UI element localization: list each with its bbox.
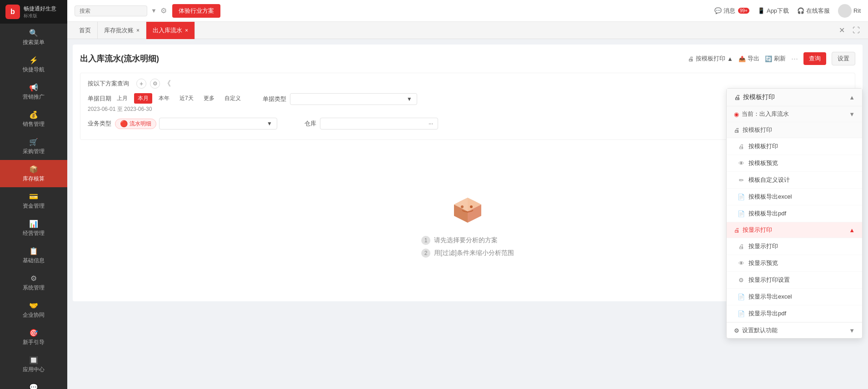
display-pdf-icon: 📄 (738, 310, 745, 317)
dropdown-footer[interactable]: ⚙ 设置默认功能 ▼ (727, 322, 862, 338)
header-dropdown-arrow[interactable]: ▼ (151, 7, 157, 14)
dropdown-close-chevron[interactable]: ▲ (849, 94, 855, 101)
dropdown-display-section-header[interactable]: 🖨 按显示打印 ▲ (727, 222, 862, 238)
tab-batch-account-close[interactable]: × (136, 27, 140, 34)
dropdown-template-section-header[interactable]: 🖨 按模板打印 (727, 122, 862, 138)
avatar (838, 4, 852, 18)
dropdown-item-template-custom[interactable]: ✏ 模板自定义设计 (727, 172, 862, 189)
date-btn-7days[interactable]: 近7天 (176, 93, 197, 104)
sidebar-item-wechat[interactable]: 💬 企业微信 (0, 378, 67, 389)
empty-box-svg (445, 182, 490, 227)
sidebar-item-app-center[interactable]: 🔲 应用中心 (0, 351, 67, 378)
sidebar-item-search[interactable]: 🔍 搜索菜单 (0, 24, 67, 51)
export-icon: 📤 (738, 55, 746, 62)
tab-flow-close[interactable]: × (185, 27, 188, 34)
date-filter: 上月 本月 本年 近7天 更多 自定义 (113, 93, 244, 104)
date-btn-last-month[interactable]: 上月 (113, 93, 131, 104)
header-online-service[interactable]: 🎧 在线客服 (797, 7, 830, 15)
biz-type-filter-area: 业务类型 🔴 流水明细 ▼ (88, 118, 277, 130)
sidebar-item-marketing[interactable]: 📢 营销推广 (0, 78, 67, 105)
message-badge: 99+ (738, 8, 749, 14)
finance-icon: 💳 (29, 192, 38, 201)
dropdown-footer-label: ⚙ 设置默认功能 (734, 326, 778, 334)
print-template-btn[interactable]: 🖨 按模板打印 ▲ (688, 55, 733, 63)
sidebar-nav: 🔍 搜索菜单 ⚡ 快捷导航 📢 营销推广 💰 销售管理 🛒 采购管理 📦 库存核… (0, 24, 67, 389)
header-search-input[interactable] (75, 5, 147, 16)
tab-home[interactable]: 首页 (73, 22, 98, 39)
sidebar-item-purchase[interactable]: 🛒 采购管理 (0, 133, 67, 160)
sidebar-item-operation[interactable]: 📊 经营管理 (0, 214, 67, 242)
empty-step-2: 2 用[过滤]条件来缩小分析范围 (421, 249, 514, 258)
dropdown-item-display-preview[interactable]: 👁 按显示预览 (727, 255, 862, 272)
sidebar-item-guide[interactable]: 🎯 新手引导 (0, 324, 67, 351)
step-1-num: 1 (421, 236, 430, 245)
wechat-icon: 💬 (29, 383, 38, 389)
tag-icon: 🔴 (120, 120, 128, 127)
refresh-btn[interactable]: 🔄 刷新 (765, 55, 786, 63)
filter-row-top: 按以下方案查询 + ⚙ 《 (88, 79, 848, 89)
date-btn-this-year[interactable]: 本年 (155, 93, 173, 104)
template-print-section-icon: 🖨 (734, 127, 740, 134)
basic-icon: 📋 (29, 246, 38, 255)
filter-controls: + ⚙ 《 (136, 79, 171, 89)
query-btn[interactable]: 查询 (803, 52, 826, 65)
dropdown-item-display-export-pdf[interactable]: 📄 按显示导出pdf (727, 305, 862, 322)
purchase-icon: 🛒 (29, 137, 38, 146)
date-btn-more[interactable]: 更多 (200, 93, 218, 104)
filter-add-btn[interactable]: + (136, 79, 146, 89)
tab-restore-btn[interactable]: ✕ (835, 24, 848, 37)
sidebar-item-sales[interactable]: 💰 销售管理 (0, 105, 67, 133)
step-2-num: 2 (421, 249, 430, 258)
dropdown-item-display-print-settings[interactable]: ⚙ 按显示打印设置 (727, 272, 862, 289)
content: 出入库流水(流水明细) 🖨 按模板打印 ▲ 📤 导出 🔄 刷新 (67, 39, 868, 389)
type-tag-flow[interactable]: 🔴 流水明细 (115, 119, 156, 129)
dropdown-item-template-export-excel[interactable]: 📄 按模板导出excel (727, 189, 862, 205)
filter-collapse-arrow[interactable]: 《 (164, 79, 171, 89)
setting-btn[interactable]: 设置 (832, 52, 855, 65)
header-app-download[interactable]: 📱 App下载 (758, 7, 789, 15)
biz-type-select[interactable]: ▼ (159, 118, 277, 130)
biz-type-label: 业务类型 (88, 120, 111, 128)
date-label: 单据日期 (88, 95, 111, 103)
date-btn-custom[interactable]: 自定义 (221, 93, 244, 104)
biz-type-arrow: ▼ (267, 120, 272, 127)
inventory-icon: 📦 (29, 165, 38, 174)
headset-icon: 🎧 (797, 7, 804, 14)
dropdown-item-display-print[interactable]: 🖨 按显示打印 (727, 238, 862, 255)
quick-nav-icon: ⚡ (29, 55, 38, 65)
empty-steps: 1 请先选择要分析的方案 2 用[过滤]条件来缩小分析范围 (421, 236, 514, 258)
sidebar-item-inventory[interactable]: 📦 库存核算 (0, 160, 67, 187)
date-btn-this-month[interactable]: 本月 (134, 93, 152, 104)
export-btn[interactable]: 📤 导出 (738, 55, 759, 63)
sidebar-item-collab[interactable]: 🤝 企业协同 (0, 296, 67, 324)
sidebar-item-quick-nav[interactable]: ⚡ 快捷导航 (0, 51, 67, 78)
header-gear-icon[interactable]: ⚙ (160, 6, 167, 15)
dropdown-item-display-export-excel[interactable]: 📄 按显示导出excel (727, 289, 862, 305)
app-center-icon: 🔲 (29, 355, 38, 364)
footer-settings-icon: ⚙ (734, 327, 739, 334)
sidebar-item-basic[interactable]: 📋 基础信息 (0, 242, 67, 269)
sidebar-item-system[interactable]: ⚙ 系统管理 (0, 269, 67, 296)
header: ▼ ⚙ 体验行业方案 💬 消息 99+ 📱 App下载 🎧 在线客服 Rit (67, 0, 868, 22)
dropdown-current-item[interactable]: ◉ 当前：出入库流水 ▼ (727, 106, 862, 122)
doc-type-select[interactable]: ▼ (290, 93, 417, 105)
warehouse-select[interactable]: ··· (320, 118, 438, 130)
tab-flow[interactable]: 出入库流水 × (146, 22, 195, 39)
dropdown-item-template-export-pdf[interactable]: 📄 按模板导出pdf (727, 205, 862, 222)
current-indicator-icon: ◉ (734, 111, 739, 118)
dropdown-item-template-preview[interactable]: 👁 按模板预览 (727, 155, 862, 172)
empty-step-1: 1 请先选择要分析的方案 (421, 236, 514, 245)
header-user[interactable]: Rit (838, 4, 861, 18)
filter-setting-btn[interactable]: ⚙ (150, 79, 160, 89)
industry-btn[interactable]: 体验行业方案 (172, 4, 220, 18)
collab-icon: 🤝 (29, 301, 38, 310)
sidebar-item-finance[interactable]: 💳 资金管理 (0, 187, 67, 214)
doc-type-select-arrow: ▼ (407, 96, 412, 102)
tab-batch-account[interactable]: 库存批次账 × (98, 22, 146, 39)
tab-maximize-btn[interactable]: ⛶ (850, 24, 863, 37)
header-message[interactable]: 💬 消息 99+ (714, 7, 749, 15)
operation-icon: 📊 (29, 219, 38, 228)
more-options-btn[interactable]: ··· (791, 54, 798, 64)
dropdown-item-template-print[interactable]: 🖨 按模板打印 (727, 138, 862, 155)
page-actions: 🖨 按模板打印 ▲ 📤 导出 🔄 刷新 ··· 查询 设置 (688, 52, 855, 65)
